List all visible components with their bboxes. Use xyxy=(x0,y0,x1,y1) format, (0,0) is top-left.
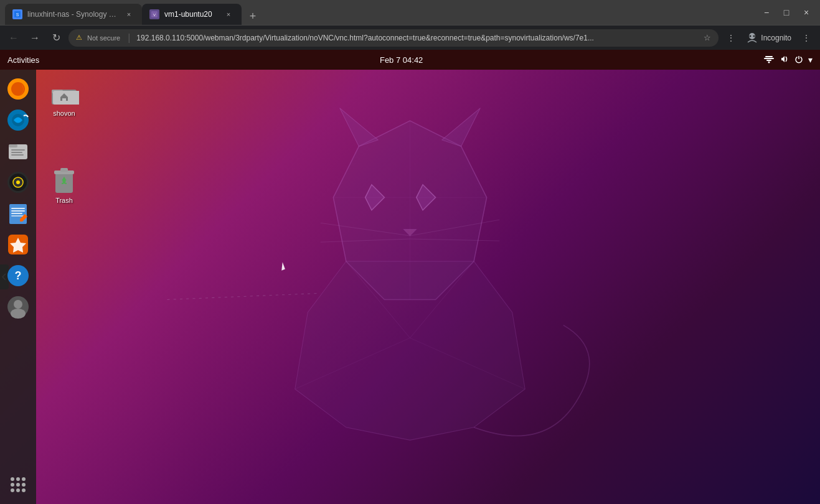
dock-item-thunderbird[interactable] xyxy=(4,106,32,134)
new-tab-button[interactable]: + xyxy=(244,7,262,25)
security-warning-icon: ⚠ xyxy=(76,34,82,42)
tab-close-nas[interactable]: × xyxy=(123,9,134,20)
svg-rect-46 xyxy=(11,215,24,217)
systray: ▾ xyxy=(763,55,813,65)
ubuntu-desktop[interactable]: ? xyxy=(0,70,820,504)
svg-rect-45 xyxy=(11,213,22,214)
svg-rect-35 xyxy=(11,149,25,151)
dock-item-help[interactable]: ? xyxy=(4,261,32,290)
svg-point-52 xyxy=(11,309,26,319)
minimize-button[interactable]: − xyxy=(758,4,775,21)
incognito-area: Incognito xyxy=(741,32,796,44)
svg-point-10 xyxy=(768,61,770,63)
toolbar-right: ⋮ Incognito ⋮ xyxy=(722,29,815,47)
svg-point-41 xyxy=(16,180,20,184)
menu-button[interactable]: ⋮ xyxy=(798,29,815,47)
url-display: 192.168.0.110:5000/webman/3rdparty/Virtu… xyxy=(136,34,699,42)
address-bar: ← → ↻ ⚠ Not secure | 192.168.0.110:5000/… xyxy=(0,25,820,50)
dock-item-writer[interactable] xyxy=(4,199,32,228)
svg-point-57 xyxy=(16,483,20,487)
window-controls: − □ × xyxy=(758,4,815,21)
svg-text:V: V xyxy=(153,13,156,17)
incognito-icon xyxy=(746,32,758,44)
svg-rect-36 xyxy=(11,152,22,153)
home-folder-image xyxy=(49,77,79,107)
tab-title-vm: vm1-ubuntu20 xyxy=(164,10,218,19)
tab-favicon-vm: V xyxy=(149,9,159,19)
browser-frame: S linuxhint-nas - Synology NAS × V vm1-u… xyxy=(0,0,820,504)
separator: | xyxy=(128,32,130,44)
trash-image xyxy=(49,164,79,194)
dock-item-show-apps[interactable] xyxy=(4,470,32,499)
desktop-icon-trash[interactable]: Trash xyxy=(42,162,86,207)
svg-point-61 xyxy=(22,488,26,492)
ubuntu-topbar: Activities Feb 7 04:42 xyxy=(0,50,820,70)
svg-point-5 xyxy=(750,35,752,37)
title-bar: S linuxhint-nas - Synology NAS × V vm1-u… xyxy=(0,0,820,25)
svg-point-30 xyxy=(11,82,25,96)
svg-rect-67 xyxy=(60,168,68,172)
omnibox[interactable]: ⚠ Not secure | 192.168.0.110:5000/webman… xyxy=(68,29,719,47)
svg-point-54 xyxy=(16,477,20,481)
svg-point-59 xyxy=(11,488,14,492)
incognito-label: Incognito xyxy=(761,34,791,42)
tab-favicon-nas: S xyxy=(12,9,22,19)
tab-nas[interactable]: S linuxhint-nas - Synology NAS × xyxy=(5,4,142,25)
desktop-icon-home[interactable]: shovon xyxy=(42,75,86,119)
activities-button[interactable]: Activities xyxy=(7,55,39,65)
svg-point-53 xyxy=(11,477,14,481)
svg-text:?: ? xyxy=(15,269,22,282)
power-icon[interactable] xyxy=(794,55,803,65)
svg-rect-44 xyxy=(11,210,25,212)
dock-item-firefox[interactable] xyxy=(4,75,32,103)
forward-button[interactable]: → xyxy=(26,29,44,47)
svg-point-51 xyxy=(14,300,22,309)
svg-point-6 xyxy=(753,35,755,37)
tab-strip: S linuxhint-nas - Synology NAS × V vm1-u… xyxy=(5,0,753,25)
desktop-icons: shovon xyxy=(36,70,820,504)
bookmark-icon[interactable]: ☆ xyxy=(704,33,711,42)
volume-icon[interactable] xyxy=(780,55,789,65)
svg-point-58 xyxy=(22,483,26,487)
tab-title-nas: linuxhint-nas - Synology NAS xyxy=(27,10,118,19)
network-icon[interactable] xyxy=(763,55,775,65)
datetime-display: Feb 7 04:42 xyxy=(380,55,423,65)
tab-close-vm[interactable]: × xyxy=(223,9,234,20)
extensions-button[interactable]: ⋮ xyxy=(722,29,740,47)
svg-rect-43 xyxy=(11,208,25,209)
dock-item-files[interactable] xyxy=(4,137,32,166)
systray-dropdown-icon[interactable]: ▾ xyxy=(808,55,813,65)
dock-item-appcenter[interactable] xyxy=(4,230,32,259)
svg-rect-7 xyxy=(765,56,773,57)
svg-rect-37 xyxy=(11,154,24,156)
maximize-button[interactable]: □ xyxy=(778,4,795,21)
home-folder-label: shovon xyxy=(53,110,75,117)
tab-vm[interactable]: V vm1-ubuntu20 × xyxy=(142,4,242,25)
back-button[interactable]: ← xyxy=(5,29,22,47)
trash-label: Trash xyxy=(55,197,73,204)
omnibox-actions: ☆ xyxy=(704,33,711,42)
close-button[interactable]: × xyxy=(798,4,815,21)
svg-point-55 xyxy=(22,477,26,481)
svg-rect-9 xyxy=(766,60,771,61)
svg-text:S: S xyxy=(16,12,19,17)
content-area: Activities Feb 7 04:42 xyxy=(0,50,820,504)
svg-point-60 xyxy=(16,488,20,492)
svg-rect-34 xyxy=(9,144,17,147)
not-secure-label: Not secure xyxy=(87,34,120,42)
dock-item-rhythmbox[interactable] xyxy=(4,168,32,197)
svg-rect-8 xyxy=(764,58,774,59)
ubuntu-vm[interactable]: Activities Feb 7 04:42 xyxy=(0,50,820,504)
dock-item-profile[interactable] xyxy=(4,292,32,321)
reload-button[interactable]: ↻ xyxy=(47,29,65,47)
ubuntu-dock: ? xyxy=(0,70,36,504)
svg-point-56 xyxy=(11,483,14,487)
